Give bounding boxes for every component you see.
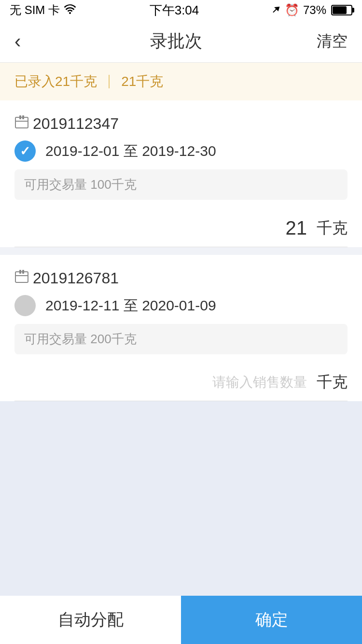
sim-text: 无 SIM 卡 [10,2,60,18]
batch2-id: 2019126781 [33,269,119,287]
summary-divider [109,75,110,88]
batch2-checkbox[interactable] [14,295,36,316]
batch2-quantity-placeholder: 请输入销售数量 [212,373,307,392]
svg-rect-0 [15,117,28,128]
batch2-icon [14,270,29,287]
bottom-bar: 自动分配 确定 [0,596,362,644]
page-title: 录批次 [150,29,202,53]
check-mark1: ✓ [20,144,30,159]
batch1-id: 2019112347 [33,115,119,133]
empty-area [0,401,362,623]
batch1-card: 2019112347 ✓ 2019-12-01 至 2019-12-30 可用交… [0,100,362,247]
batch1-checkbox[interactable]: ✓ [14,140,36,162]
batch2-quantity-row: 请输入销售数量 千克 [14,364,348,401]
batch2-available: 可用交易量 200千克 [14,324,348,354]
status-bar-right: ⏰ 73% [272,3,352,17]
summary-banner: 已录入21千克 21千克 [0,63,362,100]
status-bar-left: 无 SIM 卡 [10,2,76,18]
batch2-date-range: 2019-12-11 至 2020-01-09 [45,296,216,316]
batch1-quantity-row: 千克 [14,210,348,247]
summary-label: 已录入21千克 [14,72,97,91]
batch1-available: 可用交易量 100千克 [14,169,348,200]
auto-distribute-button[interactable]: 自动分配 [0,596,181,644]
wifi-icon [64,3,76,17]
back-button[interactable]: ‹ [14,30,43,52]
svg-rect-6 [22,270,24,274]
confirm-button[interactable]: 确定 [181,596,362,644]
alarm-icon: ⏰ [285,3,299,17]
batch1-row[interactable]: ✓ 2019-12-01 至 2019-12-30 [14,140,348,162]
batch1-header: 2019112347 [14,115,348,133]
batch1-icon [14,115,29,132]
svg-rect-2 [22,115,24,119]
svg-rect-1 [19,115,21,119]
summary-value: 21千克 [121,72,163,91]
status-bar-time: 下午3:04 [150,2,199,19]
battery-percent: 73% [303,3,326,17]
batch1-unit: 千克 [317,218,348,239]
batch1-quantity-input[interactable] [249,217,307,239]
svg-rect-4 [15,272,28,282]
batch2-card: 2019126781 2019-12-11 至 2020-01-09 可用交易量… [0,255,362,401]
batch2-header: 2019126781 [14,269,348,287]
batch2-row[interactable]: 2019-12-11 至 2020-01-09 [14,295,348,316]
batch2-unit: 千克 [317,372,348,393]
section-divider1 [0,247,362,255]
clear-button[interactable]: 清空 [309,31,348,52]
batch1-date-range: 2019-12-01 至 2019-12-30 [45,141,216,161]
nav-bar: ‹ 录批次 清空 [0,20,362,63]
svg-rect-5 [19,270,21,274]
battery-icon [331,5,352,15]
location-icon [272,3,281,17]
status-bar: 无 SIM 卡 下午3:04 ⏰ 73% [0,0,362,20]
